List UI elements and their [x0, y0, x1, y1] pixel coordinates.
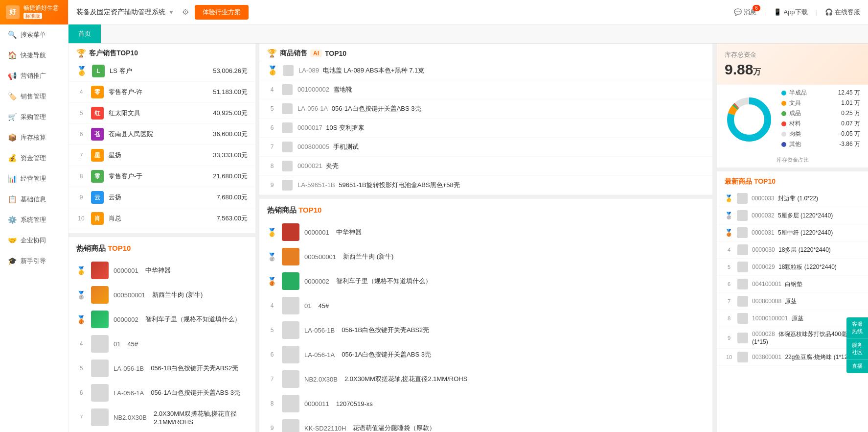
product-image — [282, 248, 299, 265]
sidebar-item-info[interactable]: 📋 基础信息 — [0, 189, 68, 210]
online-service-button[interactable]: 🎧 在线客服 — [825, 8, 860, 17]
table-row[interactable]: 8 0000021 夹壳 — [259, 157, 712, 176]
medal-icon: 🥉 — [76, 315, 86, 324]
list-item[interactable]: 4 01 45# — [69, 332, 255, 356]
sidebar-item-inventory[interactable]: 📦 库存核算 — [0, 127, 68, 148]
customer-service-button[interactable]: 客服 热线 — [846, 317, 868, 338]
table-row[interactable]: 4 001000002 雪地靴 — [259, 80, 712, 99]
list-item[interactable]: 6 004100001 白钢垫 — [717, 276, 868, 293]
sidebar-logo: 好 畅捷通好生意 标准版 — [0, 0, 68, 24]
sidebar-search[interactable]: 🔍 搜索菜单 — [0, 24, 68, 45]
list-item[interactable]: 8 0000011 12070519-xs — [259, 391, 712, 416]
product-image-placeholder — [282, 321, 299, 339]
sidebar-item-purchase[interactable]: 🛒 采购管理 — [0, 107, 68, 127]
product-image-placeholder — [283, 65, 294, 76]
avatar: 零 — [91, 170, 104, 183]
avatar: 肖 — [91, 212, 104, 225]
list-item[interactable]: 8 0000011 12070519-xs — [69, 430, 255, 432]
sidebar-item-marketing[interactable]: 📢 营销推广 — [0, 66, 68, 86]
table-row[interactable]: 6 苍 苍南县人民医院 36,600.00元 — [69, 124, 255, 145]
operations-icon: 📊 — [8, 174, 17, 183]
product-image-placeholder — [282, 346, 299, 363]
table-row[interactable]: 9 LA-59651-1B 59651-1B旋转投影灯电池盒ABS黑色+58壳 — [259, 176, 712, 195]
product-image-placeholder — [91, 335, 109, 353]
sidebar-item-guide[interactable]: 🎓 新手引导 — [0, 251, 68, 271]
list-item[interactable]: 7 NB2.0X30B 2.0X30MM双搓花轴,搓花直径2.1MM/ROHS — [259, 367, 712, 391]
table-row[interactable]: 10 肖 肖总 7,563.00元 — [69, 208, 255, 229]
table-row[interactable]: 🥇 LA-089 电池盖 LA-089 ABS本色+黑种 7.1克 — [259, 61, 712, 80]
settings-icon[interactable]: ⚙ — [182, 7, 189, 17]
list-item[interactable]: 7 NB2.0X30B 2.0X30MM双搓花轴,搓花直径2.1MM/ROHS — [69, 405, 255, 430]
list-item[interactable]: 🥈 0000032 5厘多层 (1220*2440) — [717, 207, 868, 224]
sidebar-item-collab[interactable]: 🤝 企业协同 — [0, 230, 68, 251]
product-image-placeholder — [737, 279, 748, 289]
service-community-button[interactable]: 服务 社区 — [846, 338, 868, 360]
marketing-icon: 📢 — [8, 72, 17, 80]
table-row[interactable]: 9 云 云扬 7,680.00元 — [69, 187, 255, 208]
table-row[interactable]: 🥇 L LS 客户 53,006.26元 — [69, 61, 255, 82]
purchase-icon: 🛒 — [8, 113, 17, 121]
product-image-placeholder — [282, 395, 299, 412]
sidebar-item-operations[interactable]: 📊 经营管理 — [0, 168, 68, 189]
list-item[interactable]: 🥇 0000001 中华神器 — [259, 220, 712, 244]
list-item[interactable]: 5 0000029 18颗粒板 (1220*2440) — [717, 259, 868, 276]
new-products-section: 最新商品 TOP10 🥇 0000033 封边带 (1.0*22) 🥈 0000… — [717, 171, 868, 366]
sidebar-item-finance[interactable]: 💰 资金管理 — [0, 148, 68, 168]
product-image — [91, 311, 109, 328]
guide-icon: 🎓 — [8, 257, 17, 265]
inventory-card: 库存总资金 9.88万 — [717, 44, 868, 85]
app-download-button[interactable]: 📱 App下载 — [774, 8, 807, 17]
sidebar-item-home[interactable]: 🏠 快捷导航 — [0, 45, 68, 66]
list-item[interactable]: 4 0000030 18多层 (1220*2440) — [717, 241, 868, 259]
table-row[interactable]: 7 星 星扬 33,333.00元 — [69, 145, 255, 166]
search-icon: 🔍 — [8, 30, 17, 39]
list-item[interactable]: 🥉 0000031 5厘中纤 (1220*2440) — [717, 224, 868, 241]
legend-item: 肉类 -0.05 万 — [781, 130, 860, 138]
product-image-placeholder — [282, 84, 293, 95]
legend-item: 成品 0.25 万 — [781, 109, 860, 118]
system-name[interactable]: 装备及固定资产辅助管理系统 ▼ — [76, 8, 174, 17]
list-item[interactable]: 5 LA-056-1B 056-1B白色按键开关壳ABS2壳 — [69, 356, 255, 381]
trial-button[interactable]: 体验行业方案 — [195, 5, 249, 20]
sidebar-item-sales[interactable]: 🏷️ 销售管理 — [0, 86, 68, 107]
phone-icon: 📱 — [774, 8, 781, 16]
list-item[interactable]: 7 000800008 原茎 — [717, 293, 868, 310]
table-row[interactable]: 8 零 零售客户-于 21,680.00元 — [69, 166, 255, 187]
avatar: 云 — [91, 191, 104, 204]
medal-icon: 🥉 — [725, 229, 733, 237]
list-item[interactable]: 🥇 0000001 中华神器 — [69, 258, 255, 283]
live-stream-button[interactable]: 直播 — [846, 360, 868, 373]
list-item[interactable]: 10 003800001 22g鱼豆腐-烧烤味 (1*12*20) — [717, 349, 868, 366]
message-button[interactable]: 💬 消息 6 — [734, 8, 756, 17]
list-item[interactable]: 4 01 45# — [259, 293, 712, 318]
list-item[interactable]: 🥈 000500001 新西兰牛肉 (新牛) — [69, 283, 255, 307]
tab-home[interactable]: 首页 — [69, 24, 101, 43]
list-item[interactable]: 🥈 000500001 新西兰牛肉 (新牛) — [259, 244, 712, 269]
list-item[interactable]: 9 KK-SD22110H 花语萌值温分腿睡袋（厚款） — [259, 416, 712, 432]
sidebar-item-system[interactable]: ⚙️ 系统管理 — [0, 210, 68, 230]
float-buttons: 客服 热线 服务 社区 直播 — [846, 317, 868, 373]
table-row[interactable]: 4 零 零售客户-许 51,183.00元 — [69, 82, 255, 103]
hot-products-title-2: 热销商品 TOP10 — [259, 199, 712, 220]
list-item[interactable]: 8 10000100001 原茎 — [717, 310, 868, 327]
message-icon: 💬 — [734, 8, 742, 16]
table-row[interactable]: 6 0000017 10S 变利罗浆 — [259, 119, 712, 138]
list-item[interactable]: 🥇 0000033 封边带 (1.0*22) — [717, 190, 868, 207]
sidebar-nav: 🏠 快捷导航 📢 营销推广 🏷️ 销售管理 🛒 采购管理 📦 库存核算 💰 资金… — [0, 45, 68, 432]
product-image-placeholder — [91, 360, 109, 377]
product-image — [282, 223, 299, 241]
list-item[interactable]: 5 LA-056-1B 056-1B白色按键开关壳ABS2壳 — [259, 318, 712, 342]
sidebar: 好 畅捷通好生意 标准版 🔍 搜索菜单 🏠 快捷导航 📢 营销推广 🏷️ 销售管… — [0, 0, 69, 432]
list-item[interactable]: 6 LA-056-1A 056-1A白色按键开关盖ABS 3壳 — [259, 342, 712, 367]
info-icon: 📋 — [8, 195, 17, 204]
list-item[interactable]: 6 LA-056-1A 056-1A白色按键开关盖ABS 3壳 — [69, 381, 255, 405]
customer-ranking-col: 🏆 客户销售TOP10 🥇 L LS 客户 53,006.26元 4 零 零售客… — [69, 44, 259, 432]
product-image-placeholder — [737, 244, 748, 255]
table-row[interactable]: 5 红 红太阳文具 40,925.00元 — [69, 103, 255, 124]
table-row[interactable]: 7 000800005 手机测试 — [259, 138, 712, 157]
main-area: 装备及固定资产辅助管理系统 ▼ ⚙ 体验行业方案 💬 消息 6 | 📱 App下… — [69, 0, 868, 432]
list-item[interactable]: 🥉 0000002 智利车子里（规格不知道填什么） — [259, 269, 712, 293]
list-item[interactable]: 9 0000028 体碗荔枝味苏打饮品400毫升 (1*15) — [717, 327, 868, 349]
table-row[interactable]: 5 LA-056-1A 056-1A白色按键开关盖ABS 3壳 — [259, 99, 712, 119]
list-item[interactable]: 🥉 0000002 智利车子里（规格不知道填什么） — [69, 307, 255, 332]
